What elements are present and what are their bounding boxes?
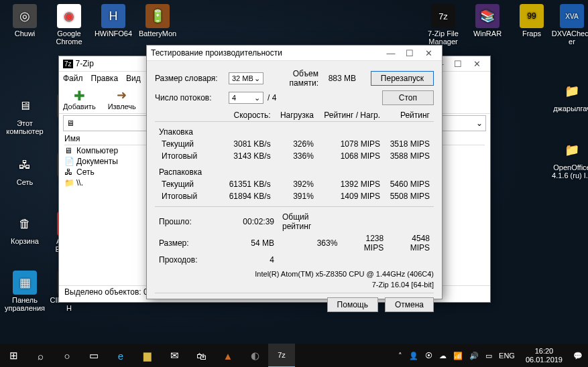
col-rpl: Рейтинг / Нагр. (318, 109, 384, 122)
tray-volume-icon[interactable]: 🔊 (469, 352, 479, 360)
app-icon: 7z (63, 60, 73, 68)
desktop-icon[interactable]: 🔋BatteryMon (137, 4, 178, 38)
desktop-icon[interactable]: 📚WinRAR (467, 4, 508, 38)
titlebar[interactable]: Тестирование производительности — ☐ ✕ (147, 46, 442, 61)
mem-value: 883 MB (322, 74, 356, 83)
system-tray: ˄ 👤 ⦿ ☁ 📶 🔊 ▭ ENG 16:2006.01.2019 💬 (393, 347, 588, 364)
start-button[interactable]: ⊞ (0, 344, 27, 367)
table-row: Текущий61351 KB/s392%1392 MIPS5460 MIPS (155, 178, 434, 190)
version-info: 7-Zip 16.04 [64-bit] (155, 281, 434, 289)
threads-select[interactable]: 4⌄ (229, 92, 263, 104)
desktop-icon-control-panel[interactable]: ▦Панель управления (4, 271, 46, 312)
help-button[interactable]: Помощь (327, 297, 378, 312)
table-row: Проходов:4 (155, 254, 434, 266)
tray-people-icon[interactable]: 👤 (409, 352, 418, 360)
tray-onedrive-icon[interactable]: ☁ (439, 352, 447, 360)
cancel-button[interactable]: Отмена (385, 297, 434, 312)
mem-label: Объем памяти: (263, 69, 322, 88)
extract-button[interactable]: ➜Извлечь (108, 88, 136, 111)
restart-button[interactable]: Перезапуск (371, 71, 434, 86)
taskbar-app-explorer[interactable]: ▆ (134, 344, 161, 367)
tray-clock[interactable]: 16:2006.01.2019 (522, 347, 567, 364)
desktop-icon[interactable]: 📁джарылгач (551, 79, 588, 113)
tray-language[interactable]: ENG (499, 352, 515, 360)
col-load: Нагрузка (275, 109, 318, 122)
minimize-button[interactable]: — (381, 48, 400, 58)
chevron-down-icon[interactable]: ⌄ (476, 119, 483, 128)
stop-button[interactable]: Стоп (382, 90, 434, 105)
desktop-icon[interactable]: ◉Google Chrome (48, 4, 90, 46)
table-row: Размер:54 MB363%1238 MIPS4548 MIPS (155, 232, 434, 254)
col-speed: Скорость: (223, 109, 275, 122)
maximize-button[interactable]: ☐ (400, 48, 419, 58)
desktop-icon-this-pc[interactable]: 🖥Этот компьютер (4, 94, 46, 135)
cpu-info: Intel(R) Atom(TM) x5-Z8350 CPU @ 1.44GHz… (155, 270, 434, 278)
taskbar-app-store[interactable]: 🛍 (188, 344, 215, 367)
tray-notifications-icon[interactable]: 💬 (573, 352, 583, 360)
menu-edit[interactable]: Правка (91, 74, 119, 83)
taskbar-app-mail[interactable]: ✉ (161, 344, 188, 367)
desktop-icon[interactable]: ◎Chuwi (4, 4, 46, 38)
desktop-icon-recycle[interactable]: 🗑Корзина (4, 212, 46, 245)
desktop-icon[interactable]: 7z7-Zip File Manager (422, 4, 464, 46)
table-row: Текущий3081 KB/s326%1078 MIPS3518 MIPS (155, 138, 434, 150)
unpack-section: Распаковка (155, 162, 223, 178)
taskbar[interactable]: ⊞ ⌕ ○ ▭ e ▆ ✉ 🛍 ▲ ◐ 7z ˄ 👤 ⦿ ☁ 📶 🔊 ▭ ENG… (0, 344, 588, 367)
tray-battery-icon[interactable]: ▭ (485, 352, 492, 360)
desktop-icon[interactable]: 99Fraps (511, 4, 552, 38)
desktop-icon[interactable]: HHWiNFO64 (93, 4, 134, 38)
threads-label: Число потоков: (155, 93, 229, 102)
taskbar-app-edge[interactable]: e (107, 344, 134, 367)
close-button[interactable]: ✕ (419, 48, 438, 58)
maximize-button[interactable]: ☐ (449, 59, 467, 69)
table-row: Прошло:00:02:39Общий рейтинг (155, 211, 434, 232)
table-row: Итоговый61894 KB/s391%1409 MIPS5508 MIPS (155, 190, 434, 202)
dialog-title: Тестирование производительности (151, 48, 381, 58)
tray-location-icon[interactable]: ⦿ (425, 352, 432, 360)
chevron-down-icon: ⌄ (254, 94, 260, 102)
dict-size-label: Размер словаря: (155, 74, 229, 83)
tray-chevron-up-icon[interactable]: ˄ (398, 352, 402, 360)
close-button[interactable]: ✕ (467, 59, 486, 69)
taskbar-app-7zip[interactable]: 7z (268, 344, 295, 367)
threads-total: / 4 (263, 93, 276, 102)
tray-wifi-icon[interactable]: 📶 (453, 352, 463, 360)
cortana-button[interactable]: ○ (54, 344, 80, 367)
search-button[interactable]: ⌕ (27, 344, 54, 367)
table-row: Итоговый3143 KB/s336%1068 MIPS3588 MIPS (155, 150, 434, 162)
desktop-icon[interactable]: 📁OpenOffice 4.1.6 (ru) I... (551, 138, 588, 179)
dict-size-select[interactable]: 32 MB⌄ (229, 72, 263, 84)
task-view-button[interactable]: ▭ (80, 344, 107, 367)
pack-section: Упаковка (155, 122, 223, 139)
desktop-icon-network[interactable]: 🖧Сеть (4, 153, 46, 186)
add-button[interactable]: ✚Добавить (63, 88, 96, 111)
computer-icon: 🖥 (66, 119, 74, 128)
chevron-down-icon: ⌄ (254, 74, 260, 83)
taskbar-app[interactable]: ▲ (215, 344, 241, 367)
taskbar-app[interactable]: ◐ (241, 344, 268, 367)
col-rating: Рейтинг (384, 109, 434, 122)
benchmark-dialog[interactable]: Тестирование производительности — ☐ ✕ Ра… (146, 45, 443, 299)
menu-view[interactable]: Вид (126, 74, 141, 83)
desktop-icon[interactable]: XVADXVAChecker (551, 4, 588, 46)
desktop[interactable]: ◎Chuwi ◉Google Chrome HHWiNFO64 🔋Battery… (0, 0, 588, 367)
menu-file[interactable]: Файл (63, 74, 83, 83)
